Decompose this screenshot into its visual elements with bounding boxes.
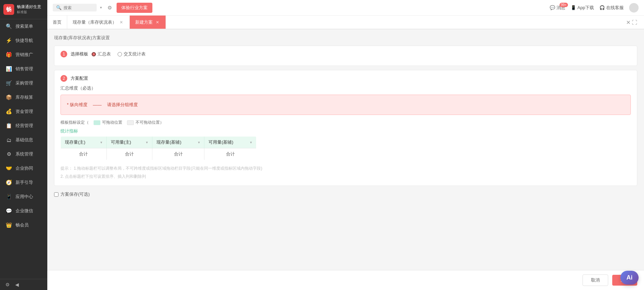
home-label: 首页	[53, 19, 61, 25]
sidebar-item-inventory[interactable]: 📦 库存核算	[0, 90, 47, 104]
topbar-right: 💬 消息 99+ 📱 App下载 🎧 在线客服	[550, 3, 639, 13]
sidebar-item-app-center[interactable]: 📱 应用中心	[0, 190, 47, 204]
tab-new-scheme[interactable]: 新建方案 ✕	[130, 16, 166, 29]
save-checkbox[interactable]	[54, 192, 58, 197]
step1-number: 1	[60, 51, 67, 57]
online-service-btn[interactable]: 🎧 在线客服	[599, 5, 624, 11]
sidebar-label-quick-nav: 快捷导航	[16, 38, 33, 44]
sidebar-icon-guide: 🧭	[5, 179, 12, 186]
sidebar-label-purchase: 采购管理	[16, 80, 33, 86]
logo-name: 畅康通好生意	[17, 4, 41, 10]
legend-prefix: 模板指标设定（	[60, 120, 89, 125]
sidebar-icon-search-menu: 🔍	[5, 23, 12, 30]
vertical-dim-label: * 纵向维度	[67, 102, 88, 108]
sidebar-icon-purchase: 🛒	[5, 80, 12, 87]
app-download-btn[interactable]: 📱 App下载	[571, 5, 594, 11]
sidebar-item-search-menu[interactable]: 🔍 搜索菜单	[0, 19, 47, 33]
sidebar-item-wechat[interactable]: 💬 企业微信	[0, 204, 47, 218]
sidebar-item-basic-info[interactable]: 🗂 基础信息	[0, 133, 47, 147]
sidebar-item-operation[interactable]: 📋 经营管理	[0, 119, 47, 133]
th-present-main-chevron[interactable]: ▾	[100, 140, 102, 145]
th-available-aux[interactable]: 可用量(基辅) ▾	[204, 137, 256, 148]
tab-inventory[interactable]: 现存量（库存状况表） ✕	[67, 16, 130, 29]
th-present-main[interactable]: 现存量(主) ▾	[61, 137, 107, 148]
collapse-icon[interactable]: ◀	[15, 282, 19, 287]
stat-table-header-row: 现存量(主) ▾ 可用量(主) ▾ 现存量(基辅	[61, 137, 256, 148]
message-btn[interactable]: 💬 消息 99+	[550, 5, 565, 11]
save-label: 方案保存(可选)	[60, 191, 90, 197]
sidebar-label-guide: 新手引导	[16, 179, 33, 186]
th-available-main[interactable]: 可用量(主) ▾	[106, 137, 152, 148]
panel-close-btn[interactable]: ✕	[626, 19, 630, 26]
ai-badge[interactable]: Ai	[620, 271, 639, 285]
radio-summary-input[interactable]	[92, 52, 96, 56]
app-download-label: App下载	[577, 5, 594, 11]
template-radio-group: 汇总表 交叉统计表	[92, 51, 146, 57]
sidebar-item-guide[interactable]: 🧭 新手引导	[0, 175, 47, 190]
sidebar-label-finance: 资金管理	[16, 108, 33, 115]
radio-summary[interactable]: 汇总表	[92, 51, 111, 57]
hint-1: 提示： 1.拖动标题栏可以调整布局，不可跨维度或指标区域拖动栏目字段(只能在同一…	[60, 165, 631, 172]
sidebar: 畅 畅康通好生意 标准版 🔍 搜索菜单 ⚡ 快捷导航 🎁 营销推广 📊 销售管理…	[0, 0, 47, 290]
sidebar-label-cooperation: 企业协同	[16, 165, 33, 171]
sidebar-icon-operation: 📋	[5, 122, 12, 129]
th-present-aux-chevron[interactable]: ▾	[198, 140, 200, 145]
dim-placeholder[interactable]: 请选择分组维度	[107, 102, 138, 108]
topbar: 🔍 ▾ ⚙ 体验行业方案 💬 消息 99+ 📱 App下载 🎧 在线客服	[47, 0, 644, 16]
nondraggable-box	[127, 120, 134, 125]
message-badge: 99+	[560, 3, 568, 7]
sidebar-icon-marketing: 🎁	[5, 51, 12, 58]
sidebar-menu: 🔍 搜索菜单 ⚡ 快捷导航 🎁 营销推广 📊 销售管理 🛒 采购管理 📦 库存核…	[0, 19, 47, 279]
message-icon: 💬	[550, 5, 555, 10]
inventory-tab-label: 现存量（库存状况表）	[73, 19, 117, 25]
new-scheme-close[interactable]: ✕	[155, 20, 160, 25]
search-input[interactable]	[64, 5, 91, 10]
legend-nondraggable: 不可拖动位置）	[127, 120, 164, 125]
sidebar-item-purchase[interactable]: 🛒 采购管理	[0, 76, 47, 90]
legend-draggable: 可拖动位置	[94, 120, 122, 125]
app-download-icon: 📱	[571, 5, 576, 10]
search-icon: 🔍	[56, 5, 61, 10]
th-present-aux[interactable]: 现存量(基辅) ▾	[152, 137, 204, 148]
sidebar-item-marketing[interactable]: 🎁 营销推广	[0, 48, 47, 62]
cell-present-main: 合计	[61, 148, 107, 160]
sidebar-label-marketing: 营销推广	[16, 52, 33, 58]
cancel-button[interactable]: 取消	[583, 274, 608, 286]
stat-table-data-row: 合计 合计 合计 合计	[61, 148, 256, 160]
settings-icon[interactable]: ⚙	[5, 282, 10, 287]
tab-home[interactable]: 首页	[47, 16, 67, 29]
step2-header: 2 方案配置	[60, 75, 631, 82]
sidebar-label-app-center: 应用中心	[16, 194, 33, 200]
radio-cross-input[interactable]	[118, 52, 122, 56]
sidebar-item-member[interactable]: 👑 畅会员	[0, 218, 47, 232]
th-available-main-label: 可用量(主)	[111, 139, 131, 145]
sidebar-item-cooperation[interactable]: 🤝 企业协同	[0, 161, 47, 175]
radio-cross[interactable]: 交叉统计表	[118, 51, 146, 57]
sidebar-item-sales[interactable]: 📊 销售管理	[0, 62, 47, 76]
draggable-label: 可拖动位置	[102, 120, 122, 125]
dim-separator: ——	[93, 102, 102, 107]
sidebar-label-system: 系统管理	[16, 151, 33, 157]
inventory-tab-close[interactable]: ✕	[119, 20, 124, 25]
step1-section: 1 选择模板 汇总表 交叉统计表	[54, 46, 637, 66]
stat-table: 现存量(主) ▾ 可用量(主) ▾ 现存量(基辅	[60, 136, 256, 160]
headset-icon: 🎧	[599, 5, 605, 10]
topbar-gear-icon[interactable]: ⚙	[107, 5, 112, 11]
bottom-bar: 取消 查询	[47, 270, 644, 290]
th-available-aux-chevron[interactable]: ▾	[250, 140, 252, 145]
sidebar-bottom: ⚙ ◀	[0, 279, 47, 290]
cell-present-aux: 合计	[152, 148, 204, 160]
trial-btn[interactable]: 体验行业方案	[117, 3, 152, 13]
panel-expand-btn[interactable]: ⛶	[632, 19, 637, 25]
user-avatar[interactable]	[629, 3, 639, 13]
sidebar-item-finance[interactable]: 💰 资金管理	[0, 104, 47, 119]
sidebar-item-system[interactable]: ⚙ 系统管理	[0, 147, 47, 161]
search-box[interactable]: 🔍	[53, 4, 97, 11]
topbar-chevron-icon[interactable]: ▾	[100, 5, 102, 10]
sidebar-icon-app-center: 📱	[5, 193, 12, 200]
sidebar-item-quick-nav[interactable]: ⚡ 快捷导航	[0, 33, 47, 48]
radio-summary-label: 汇总表	[98, 51, 111, 57]
th-available-main-chevron[interactable]: ▾	[146, 140, 148, 145]
dimension-row: * 纵向维度 —— 请选择分组维度	[67, 102, 624, 108]
sidebar-label-sales: 销售管理	[16, 66, 33, 72]
